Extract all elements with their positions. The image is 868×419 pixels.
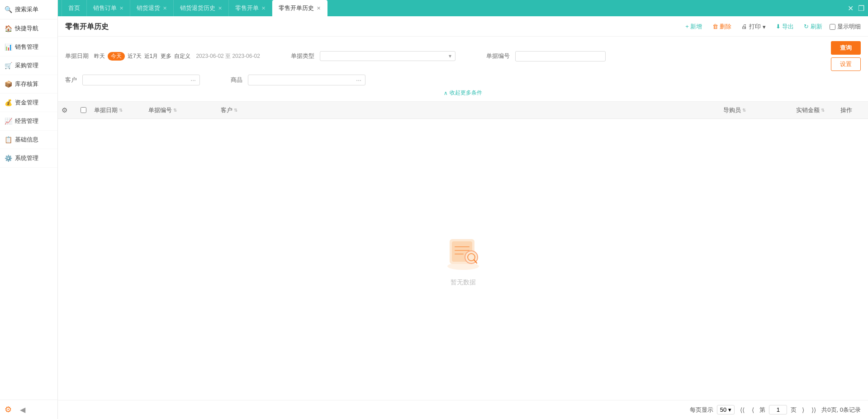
table-wrap: ⚙ 单据日期 ⇅ 单据编号 ⇅ 客户 ⇅ 导购员 ⇅ (58, 102, 868, 400)
date-shortcuts: 昨天 今天 近7天 近1月 更多 自定义 (94, 52, 190, 61)
goods-input[interactable] (252, 77, 356, 84)
tab-close-icon[interactable]: ✕ (317, 5, 321, 11)
per-page-label: 每页显示 (690, 406, 713, 414)
filter-row-1: 单据日期 昨天 今天 近7天 近1月 更多 自定义 2023-06-02 至 2… (65, 41, 861, 71)
filter-actions: 查询 设置 (831, 41, 861, 71)
doc-no-input-wrap (515, 51, 606, 61)
collapse-sidebar-button[interactable]: ◀ (20, 405, 25, 414)
tab-label: 销货退货历史 (180, 4, 215, 12)
col-guide-sort-icon[interactable]: ⇅ (742, 108, 746, 113)
print-button[interactable]: 🖨 打印 ▾ (739, 21, 768, 33)
col-amount-sort-icon[interactable]: ⇅ (821, 108, 825, 113)
last-month-btn[interactable]: 近1月 (144, 52, 158, 60)
add-button[interactable]: + 新增 (683, 21, 705, 33)
empty-state: 暂无数据 (58, 119, 868, 400)
select-all-checkbox-wrap (76, 107, 90, 113)
next-page-button[interactable]: ⟩ (800, 405, 806, 414)
tab-sales-order[interactable]: 销售订单 ✕ (87, 0, 130, 16)
doc-no-label: 单据编号 (486, 52, 510, 60)
sidebar-bottom: ⚙ ◀ (0, 400, 57, 419)
col-header-guide: 导购员 ⇅ (720, 106, 774, 114)
per-page-value: 50 (720, 406, 726, 413)
sidebar-item-sys-mgmt[interactable]: ⚙️ 系统管理 (0, 149, 57, 168)
show-detail-checkbox[interactable] (830, 24, 835, 30)
tab-sales-return[interactable]: 销货退货 ✕ (130, 0, 174, 16)
sidebar-item-sales-mgmt[interactable]: 📊 销售管理 (0, 38, 57, 56)
tab-home[interactable]: 首页 (62, 0, 87, 16)
window-restore-button[interactable]: ❐ (858, 4, 864, 13)
settings-gear-button[interactable]: ⚙ (5, 405, 12, 414)
col-no-sort-icon[interactable]: ⇅ (173, 108, 177, 113)
col-date-sort-icon[interactable]: ⇅ (119, 108, 123, 113)
collapse-arrow-icon: ∧ (444, 90, 448, 96)
current-page-input[interactable] (769, 405, 787, 414)
refresh-button[interactable]: ↻ 刷新 (801, 21, 825, 33)
per-page-select[interactable]: 50 ▾ (717, 405, 735, 414)
sidebar-item-purchase-mgmt[interactable]: 🛒 采购管理 (0, 56, 57, 75)
doc-type-select[interactable]: ▾ (320, 51, 455, 61)
filter-bar: 单据日期 昨天 今天 近7天 近1月 更多 自定义 2023-06-02 至 2… (58, 37, 868, 102)
export-button[interactable]: ⬇ 导出 (773, 21, 797, 33)
col-amount-label: 实销金额 (796, 106, 820, 114)
more-btn[interactable]: 更多 (161, 52, 171, 60)
tab-close-icon[interactable]: ✕ (163, 5, 167, 11)
tab-retail-open[interactable]: 零售开单 ✕ (229, 0, 272, 16)
show-detail-checkbox-wrap[interactable]: 显示明细 (830, 23, 861, 31)
tab-close-icon[interactable]: ✕ (119, 5, 123, 11)
tab-close-icon[interactable]: ✕ (261, 5, 266, 11)
sidebar-item-basic-info[interactable]: 📋 基础信息 (0, 131, 57, 149)
page-unit: 页 (791, 406, 797, 414)
money-icon: 💰 (5, 99, 12, 106)
empty-icon (441, 232, 486, 273)
first-page-button[interactable]: ⟨⟨ (738, 405, 746, 414)
doc-type-label: 单据类型 (291, 52, 314, 60)
tab-label: 零售开单历史 (279, 4, 314, 12)
ops-icon: 📈 (5, 118, 12, 125)
tab-label: 销售订单 (93, 4, 117, 12)
sidebar-item-quick-nav[interactable]: 🏠 快捷导航 (0, 19, 57, 38)
sidebar-item-operations[interactable]: 📈 经营管理 (0, 112, 57, 131)
gear-icon: ⚙️ (5, 155, 12, 162)
customer-label: 客户 (65, 76, 77, 84)
window-close-button[interactable]: ✕ (848, 4, 854, 13)
tab-close-icon[interactable]: ✕ (218, 5, 222, 11)
column-settings-button[interactable]: ⚙ (62, 106, 76, 114)
collapse-more-button[interactable]: ∧ 收起更多条件 (65, 89, 861, 97)
query-button[interactable]: 查询 (831, 41, 861, 55)
tab-label: 零售开单 (235, 4, 259, 12)
sidebar-search[interactable]: 🔍 搜索采单 (0, 0, 57, 19)
delete-button[interactable]: 🗑 删除 (710, 21, 735, 33)
col-customer-sort-icon[interactable]: ⇅ (234, 108, 237, 113)
empty-text: 暂无数据 (451, 278, 476, 287)
select-all-checkbox[interactable] (81, 107, 86, 113)
prev-page-button[interactable]: ⟨ (750, 405, 756, 414)
today-btn[interactable]: 今天 (108, 52, 125, 61)
last-page-button[interactable]: ⟩⟩ (810, 405, 818, 414)
customer-input-wrap: ··· (82, 75, 200, 85)
customer-input[interactable] (86, 77, 190, 84)
col-customer-label: 客户 (221, 106, 232, 114)
col-header-no: 单据编号 ⇅ (145, 106, 217, 114)
last7-btn[interactable]: 近7天 (128, 52, 142, 60)
collapse-label: 收起更多条件 (450, 89, 482, 97)
tab-sales-return-history[interactable]: 销货退货历史 ✕ (174, 0, 229, 16)
sidebar-item-inventory[interactable]: 📦 库存核算 (0, 75, 57, 94)
filter-row-2: 客户 ··· 商品 ··· (65, 75, 861, 85)
col-header-op: 操作 (828, 106, 864, 114)
customer-ellipsis-icon[interactable]: ··· (190, 76, 196, 84)
col-no-label: 单据编号 (148, 106, 172, 114)
tab-label: 销货退货 (137, 4, 160, 12)
search-icon: 🔍 (5, 6, 12, 13)
yesterday-btn[interactable]: 昨天 (94, 52, 105, 60)
tab-retail-history[interactable]: 零售开单历史 ✕ (272, 0, 327, 16)
cart-icon: 🛒 (5, 62, 12, 69)
doc-no-input[interactable] (519, 53, 602, 60)
goods-input-wrap: ··· (248, 75, 365, 85)
custom-btn[interactable]: 自定义 (174, 52, 190, 60)
setting-button[interactable]: 设置 (831, 57, 861, 71)
total-info: 共0页, 0条记录 (821, 406, 861, 414)
print-label: 🖨 打印 (741, 23, 761, 31)
sidebar-item-label: 经营管理 (15, 117, 38, 125)
goods-ellipsis-icon[interactable]: ··· (356, 76, 361, 84)
sidebar-item-finance[interactable]: 💰 资金管理 (0, 94, 57, 112)
